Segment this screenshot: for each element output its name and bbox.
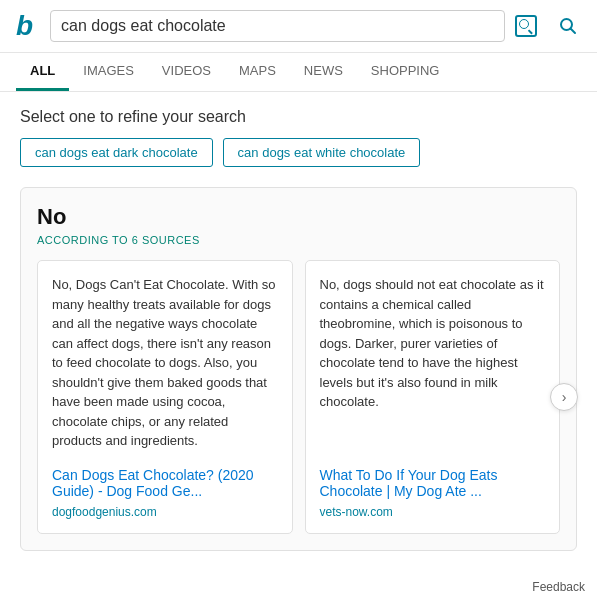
main-content: Select one to refine your search can dog… xyxy=(0,92,597,583)
card-title-2[interactable]: What To Do If Your Dog Eats Chocolate | … xyxy=(320,467,546,499)
answer-sources: ACCORDING TO 6 SOURCES xyxy=(37,234,560,246)
bing-logo: b xyxy=(16,10,32,42)
tab-shopping[interactable]: SHOPPING xyxy=(357,53,454,91)
tab-all[interactable]: ALL xyxy=(16,53,69,91)
card-domain-1: dogfoodgenius.com xyxy=(52,505,157,519)
card-title-1[interactable]: Can Dogs Eat Chocolate? (2020 Guide) - D… xyxy=(52,467,278,499)
tab-news[interactable]: NEWS xyxy=(290,53,357,91)
refine-btn-white-chocolate[interactable]: can dogs eat white chocolate xyxy=(223,138,421,167)
tab-maps[interactable]: MAPS xyxy=(225,53,290,91)
result-cards: No, Dogs Can't Eat Chocolate. With so ma… xyxy=(37,260,560,534)
search-input[interactable] xyxy=(61,17,494,35)
result-card-2: No, dogs should not eat chocolate as it … xyxy=(305,260,561,534)
visual-search-icon[interactable] xyxy=(515,15,537,37)
tab-videos[interactable]: VIDEOS xyxy=(148,53,225,91)
search-button[interactable] xyxy=(555,17,581,35)
refine-heading: Select one to refine your search xyxy=(20,108,577,126)
refine-section: Select one to refine your search can dog… xyxy=(20,108,577,167)
tab-images[interactable]: IMAGES xyxy=(69,53,148,91)
refine-buttons: can dogs eat dark chocolate can dogs eat… xyxy=(20,138,577,167)
card-text-1: No, Dogs Can't Eat Chocolate. With so ma… xyxy=(52,275,278,451)
card-text-2: No, dogs should not eat chocolate as it … xyxy=(320,275,546,451)
card-footer-1: Can Dogs Eat Chocolate? (2020 Guide) - D… xyxy=(52,467,278,519)
svg-line-1 xyxy=(571,29,576,34)
refine-btn-dark-chocolate[interactable]: can dogs eat dark chocolate xyxy=(20,138,213,167)
answer-text: No xyxy=(37,204,560,230)
search-input-wrapper xyxy=(50,10,505,42)
carousel-next-chevron[interactable]: › xyxy=(550,383,578,411)
feedback-link[interactable]: Feedback xyxy=(520,574,597,600)
card-domain-2: vets-now.com xyxy=(320,505,393,519)
search-bar: b xyxy=(0,0,597,53)
nav-tabs: ALL IMAGES VIDEOS MAPS NEWS SHOPPING xyxy=(0,53,597,92)
result-card-1: No, Dogs Can't Eat Chocolate. With so ma… xyxy=(37,260,293,534)
answer-box: No ACCORDING TO 6 SOURCES No, Dogs Can't… xyxy=(20,187,577,551)
card-footer-2: What To Do If Your Dog Eats Chocolate | … xyxy=(320,467,546,519)
